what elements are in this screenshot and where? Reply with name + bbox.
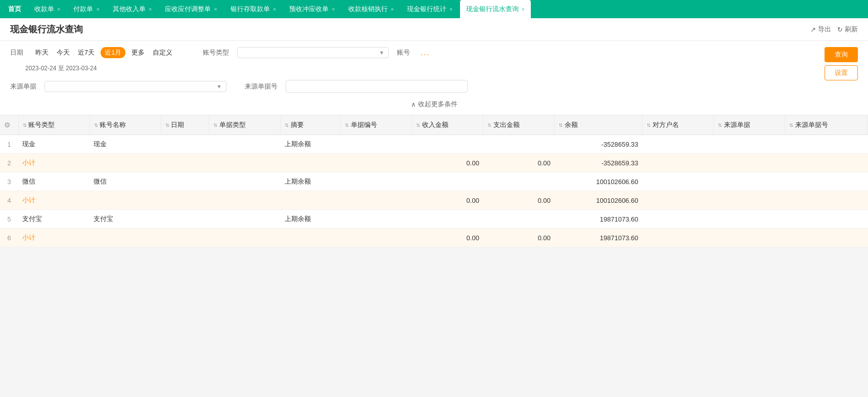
account-label: 账号	[397, 48, 412, 57]
settings-button[interactable]: 设置	[825, 65, 858, 80]
nav-tab-bank-deposit[interactable]: 银行存取款单 ×	[224, 0, 282, 18]
close-icon[interactable]: ×	[391, 6, 394, 12]
cell-summary: 上期余额	[281, 172, 341, 191]
col-counterpart[interactable]: ⇅ 对方户名	[642, 115, 713, 135]
chevron-down-icon: ▼	[216, 83, 222, 90]
nav-tab-bank-flow[interactable]: 现金银行流水查询 ×	[460, 0, 531, 18]
source-voucher-no-input[interactable]	[286, 80, 468, 93]
cell-source-voucher	[714, 210, 785, 229]
date-label: 日期	[10, 48, 25, 57]
cell-source-voucher-no	[785, 135, 868, 154]
cell-income: 0.00	[412, 154, 483, 172]
source-voucher-select[interactable]: ▼	[44, 81, 226, 92]
collapse-button[interactable]: ∧ 收起更多条件	[411, 100, 458, 109]
account-more-button[interactable]: ...	[420, 48, 430, 57]
top-nav: 首页 收款单 × 付款单 × 其他收入单 × 应收应付调整单 × 银行存取款单 …	[0, 0, 868, 18]
cell-expense	[483, 210, 555, 229]
cell-date	[161, 191, 209, 210]
date-today[interactable]: 今天	[55, 47, 72, 58]
close-icon[interactable]: ×	[522, 6, 525, 12]
cell-counterpart	[642, 135, 713, 154]
cell-expense: 0.00	[483, 229, 555, 247]
close-icon[interactable]: ×	[332, 6, 335, 12]
close-icon[interactable]: ×	[214, 6, 217, 12]
filter-left: 日期 昨天 今天 近7天 近1月 更多 自定义 账号类型 ▼ 账号 ...	[10, 47, 814, 98]
col-voucher-no[interactable]: ⇅ 单据编号	[341, 115, 412, 135]
nav-tab-advance[interactable]: 预收冲应收单 ×	[283, 0, 341, 18]
table-row: 1 现金 现金 上期余额 -3528659.33	[0, 135, 868, 154]
cell-income: 0.00	[412, 229, 483, 247]
cell-account-type: 微信	[18, 172, 89, 191]
cell-source-voucher	[714, 135, 785, 154]
cell-counterpart	[642, 154, 713, 172]
col-source-voucher[interactable]: ⇅ 来源单据	[714, 115, 785, 135]
cell-voucher-type	[209, 172, 281, 191]
gear-icon[interactable]: ⚙	[4, 121, 11, 129]
nav-tab-verification[interactable]: 收款核销执行 ×	[342, 0, 400, 18]
refresh-button[interactable]: ↻ 刷新	[837, 25, 858, 34]
date-more[interactable]: 更多	[129, 47, 147, 58]
col-date[interactable]: ⇅ 日期	[161, 115, 209, 135]
cell-account-name	[89, 229, 161, 247]
cell-voucher-type	[209, 229, 281, 247]
table-row: 2 小计 0.00 0.00 -3528659.33	[0, 154, 868, 172]
close-icon[interactable]: ×	[149, 6, 152, 12]
cell-source-voucher-no	[785, 229, 868, 247]
cell-account-name	[89, 191, 161, 210]
col-account-name[interactable]: ⇅ 账号名称	[89, 115, 161, 135]
filter-area: 日期 昨天 今天 近7天 近1月 更多 自定义 账号类型 ▼ 账号 ...	[0, 41, 868, 115]
close-icon[interactable]: ×	[57, 6, 60, 12]
cell-balance: 100102606.60	[555, 191, 643, 210]
cell-balance: -3528659.33	[555, 154, 643, 172]
cell-voucher-type	[209, 210, 281, 229]
date-custom[interactable]: 自定义	[151, 47, 174, 58]
date-1month[interactable]: 近1月	[101, 47, 125, 58]
col-voucher-type[interactable]: ⇅ 单据类型	[209, 115, 281, 135]
cell-source-voucher-no	[785, 210, 868, 229]
cell-expense	[483, 135, 555, 154]
filter-row-1: 日期 昨天 今天 近7天 近1月 更多 自定义 账号类型 ▼ 账号 ...	[10, 47, 814, 58]
page-header: 现金银行流水查询 ↗ 导出 ↻ 刷新	[0, 18, 868, 41]
cell-account-type: 小计	[18, 154, 89, 172]
cell-source-voucher	[714, 154, 785, 172]
account-type-label: 账号类型	[203, 48, 229, 57]
col-summary[interactable]: ⇅ 摘要	[281, 115, 341, 135]
cell-counterpart	[642, 172, 713, 191]
cell-balance: 19871073.60	[555, 229, 643, 247]
date-7days[interactable]: 近7天	[76, 47, 97, 58]
account-type-select[interactable]: ▼	[237, 47, 389, 58]
close-icon[interactable]: ×	[273, 6, 276, 12]
nav-tab-fukuan[interactable]: 付款单 ×	[67, 0, 105, 18]
col-income[interactable]: ⇅ 收入金额	[412, 115, 483, 135]
col-balance[interactable]: ⇅ 余额	[555, 115, 643, 135]
export-button[interactable]: ↗ 导出	[810, 25, 831, 34]
cell-summary	[281, 154, 341, 172]
cell-expense: 0.00	[483, 191, 555, 210]
col-account-type[interactable]: ⇅ 账号类型	[18, 115, 89, 135]
refresh-icon: ↻	[837, 26, 843, 33]
nav-tab-bank-stats[interactable]: 现金银行统计 ×	[401, 0, 459, 18]
close-icon[interactable]: ×	[96, 6, 99, 12]
table-row: 6 小计 0.00 0.00 19871073.60	[0, 229, 868, 247]
cell-voucher-no	[341, 229, 412, 247]
cell-account-type: 支付宝	[18, 210, 89, 229]
cell-date	[161, 172, 209, 191]
cell-voucher-no	[341, 154, 412, 172]
nav-tab-adjustment[interactable]: 应收应付调整单 ×	[159, 0, 223, 18]
cell-source-voucher-no	[785, 191, 868, 210]
cell-voucher-no	[341, 135, 412, 154]
table-header-row: ⚙ ⇅ 账号类型 ⇅ 账号名称 ⇅ 日期 ⇅ 单据类型	[0, 115, 868, 135]
nav-home[interactable]: 首页	[2, 0, 27, 18]
row-num: 5	[0, 210, 18, 229]
cell-source-voucher	[714, 191, 785, 210]
query-button[interactable]: 查询	[825, 47, 858, 62]
chevron-down-icon: ▼	[379, 50, 385, 56]
nav-tab-other-income[interactable]: 其他收入单 ×	[107, 0, 158, 18]
col-expense[interactable]: ⇅ 支出金额	[483, 115, 555, 135]
col-source-voucher-no[interactable]: ⇅ 来源单据号	[785, 115, 868, 135]
nav-tab-shoukuan[interactable]: 收款单 ×	[28, 0, 66, 18]
date-yesterday[interactable]: 昨天	[33, 47, 51, 58]
cell-income	[412, 210, 483, 229]
cell-voucher-type	[209, 154, 281, 172]
close-icon[interactable]: ×	[449, 6, 452, 12]
